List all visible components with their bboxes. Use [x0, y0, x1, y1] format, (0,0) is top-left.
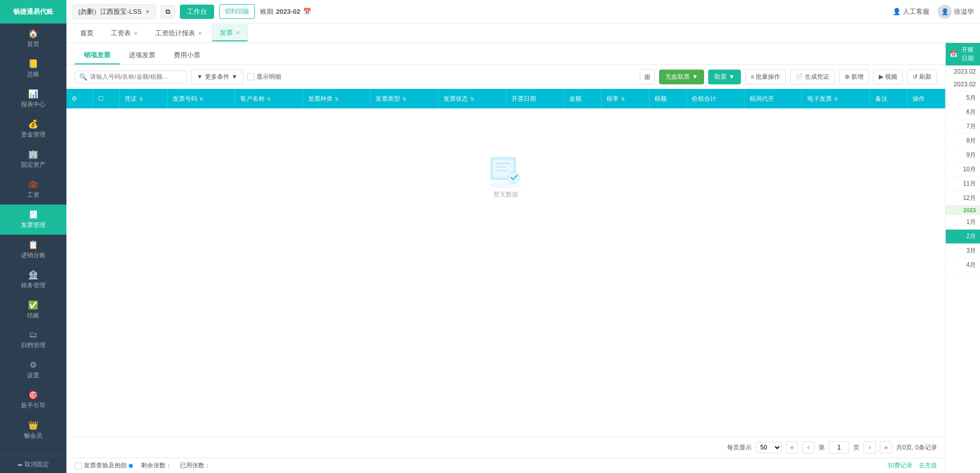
grid-view-btn[interactable]: ⊞	[640, 69, 655, 84]
user-profile[interactable]: 👤 徐溢华	[938, 5, 974, 19]
remain-count: 剩余张数：	[141, 461, 172, 470]
sort-electronic[interactable]: ⇅	[834, 96, 838, 102]
date-item-7[interactable]: 10月	[946, 163, 980, 177]
sidebar-item-ledger[interactable]: 📒 总账	[0, 54, 66, 84]
sort-invoice_no[interactable]: ⇅	[199, 96, 203, 102]
col-invoice_status[interactable]: 发票状态⇅	[438, 89, 506, 108]
date-item-10[interactable]: 2023	[946, 206, 980, 215]
date-item-9[interactable]: 12月	[946, 191, 980, 206]
date-item-12[interactable]: 2月	[946, 230, 980, 244]
switch-old-btn[interactable]: 切到旧版	[219, 4, 255, 19]
search-input[interactable]	[90, 73, 182, 80]
next-page-btn[interactable]: ›	[864, 441, 876, 454]
date-item-1[interactable]: 2023.02	[946, 78, 980, 91]
filter-btn[interactable]: ▼ 更多条件 ▼	[191, 70, 243, 84]
open-date-btn[interactable]: 📅 开账日期	[946, 43, 980, 65]
sidebar-item-salary[interactable]: 💼 工资	[0, 174, 66, 205]
date-item-3[interactable]: 6月	[946, 105, 980, 120]
date-item-4[interactable]: 7月	[946, 120, 980, 134]
col-customer[interactable]: 客户名称⇅	[235, 89, 303, 108]
tab-home[interactable]: 首页	[73, 25, 101, 41]
main-area: (勿删）江西股宝-LSS ▼ ⧉ 工作台 切到旧版 账期 2023-02 📅 👤…	[66, 0, 980, 473]
sidebar-item-funds[interactable]: 💰 资金管理	[0, 114, 66, 144]
sidebar-bottom: ⬅ 取消固定	[0, 456, 66, 473]
col-voucher[interactable]: 凭证⇅	[120, 89, 167, 108]
sort-tax_rate[interactable]: ⇅	[621, 96, 625, 102]
sidebar-item-assets[interactable]: 🏢 固定资产	[0, 144, 66, 174]
gen-voucher-btn[interactable]: 📄 生成凭证	[790, 70, 835, 84]
date-item-8[interactable]: 11月	[946, 177, 980, 191]
tab-close-salary-report[interactable]: ✕	[198, 30, 202, 37]
date-item-2[interactable]: 5月	[946, 91, 980, 105]
tab-salary[interactable]: 工资表✕	[103, 25, 146, 41]
sidebar-label-tax: 税务管理	[21, 281, 45, 290]
invoice-check[interactable]: 发票查验及抱怨	[75, 461, 133, 470]
sidebar-label-funds: 资金管理	[21, 130, 45, 139]
col-electronic[interactable]: 电子发票⇅	[802, 89, 870, 108]
recharge-link[interactable]: 去充值	[919, 461, 937, 470]
app-logo: 畅捷通易代账	[0, 0, 66, 24]
date-item-6[interactable]: 9月	[946, 148, 980, 163]
unpin-btn[interactable]: ⬅ 取消固定	[0, 456, 66, 473]
prev-page-btn[interactable]: ‹	[802, 441, 814, 454]
sidebar-item-purchase-sales[interactable]: 📋 进销台账	[0, 235, 66, 265]
support-btn[interactable]: 👤 人工客服	[893, 7, 929, 16]
no-take-btn[interactable]: 无血取票 ▼	[659, 70, 704, 84]
col-tax_rate[interactable]: 税率⇅	[601, 89, 649, 108]
tab-invoice[interactable]: 发票✕	[212, 25, 248, 41]
date-item-5[interactable]: 8月	[946, 134, 980, 148]
panel-collapse-btn[interactable]: ‹	[945, 248, 946, 268]
batch-op-btn[interactable]: ≡ 批量操作	[745, 70, 786, 84]
sidebar-item-tax[interactable]: 🏦 税务管理	[0, 265, 66, 295]
table-container: ⚙☐凭证⇅发票号码⇅客户名称⇅发票种类⇅发票类型⇅发票状态⇅开票日期金额税率⇅税…	[66, 89, 945, 437]
sidebar-item-member[interactable]: 👑 畅会员	[0, 415, 66, 445]
sidebar-label-settings: 设置	[27, 371, 39, 380]
sidebar-item-settings[interactable]: ⚙ 设置	[0, 355, 66, 385]
date-item-13[interactable]: 3月	[946, 244, 980, 258]
sidebar-item-guide[interactable]: 🎯 新手引导	[0, 385, 66, 415]
video-btn[interactable]: ▶ 视频	[873, 70, 903, 84]
page-input[interactable]	[829, 441, 849, 454]
date-item-14[interactable]: 4月	[946, 258, 980, 273]
member-icon: 👑	[28, 420, 38, 430]
tab-label-salary-report: 工资统计报表	[155, 29, 195, 38]
sidebar-item-archive[interactable]: 🗂 归档管理	[0, 325, 66, 355]
sort-customer[interactable]: ⇅	[267, 96, 271, 102]
sidebar-item-checkout[interactable]: ✅ 结账	[0, 295, 66, 325]
date-item-11[interactable]: 1月	[946, 215, 980, 230]
ledger-icon: 📒	[28, 59, 38, 69]
workspace-btn[interactable]: 工作台	[180, 5, 214, 19]
col-invoice_type[interactable]: 发票种类⇅	[302, 89, 370, 108]
sidebar-item-invoice[interactable]: 🧾 发票管理	[0, 205, 66, 235]
refresh-btn[interactable]: ↺ 刷新	[907, 70, 937, 84]
sort-voucher[interactable]: ⇅	[139, 96, 143, 102]
subtab-2[interactable]: 费用小票	[165, 47, 209, 64]
checkout-icon: ✅	[28, 300, 38, 310]
tab-close-invoice[interactable]: ✕	[236, 30, 240, 36]
date-item-0[interactable]: 2023.02	[946, 65, 980, 78]
tab-close-salary[interactable]: ✕	[133, 30, 138, 37]
tab-salary-report[interactable]: 工资统计报表✕	[148, 25, 210, 41]
sidebar-item-home[interactable]: 🏠 首页	[0, 24, 66, 54]
guide-icon: 🎯	[28, 390, 38, 400]
svg-rect-6	[496, 170, 508, 171]
empty-state: 暂无数据	[66, 108, 945, 240]
footer-bar: 发票查验及抱怨 剩余张数： 已用张数： 扣费记录 去充值	[66, 458, 945, 473]
subtab-0[interactable]: 销项发票	[75, 47, 120, 64]
col-invoice_no[interactable]: 发票号码⇅	[167, 89, 235, 108]
sidebar-item-reports[interactable]: 📊 报表中心	[0, 84, 66, 114]
show-detail-checkbox[interactable]: 显示明细	[247, 73, 281, 81]
per-page-select[interactable]: 50 10 20 100	[756, 442, 782, 453]
sort-invoice_type[interactable]: ⇅	[335, 96, 339, 102]
fee-record-link[interactable]: 扣费记录	[888, 461, 913, 470]
sort-invoice_status[interactable]: ⇅	[470, 96, 474, 102]
first-page-btn[interactable]: «	[786, 441, 798, 454]
sort-invoice_category[interactable]: ⇅	[402, 96, 406, 102]
col-invoice_category[interactable]: 发票类型⇅	[370, 89, 438, 108]
take-btn[interactable]: 取票 ▼	[708, 70, 741, 84]
copy-btn[interactable]: ⧉	[161, 5, 175, 18]
last-page-btn[interactable]: »	[880, 441, 892, 454]
company-selector[interactable]: (勿删）江西股宝-LSS ▼	[73, 5, 156, 19]
subtab-1[interactable]: 进项发票	[120, 47, 165, 64]
new-btn[interactable]: ⊕ 新增	[839, 70, 869, 84]
